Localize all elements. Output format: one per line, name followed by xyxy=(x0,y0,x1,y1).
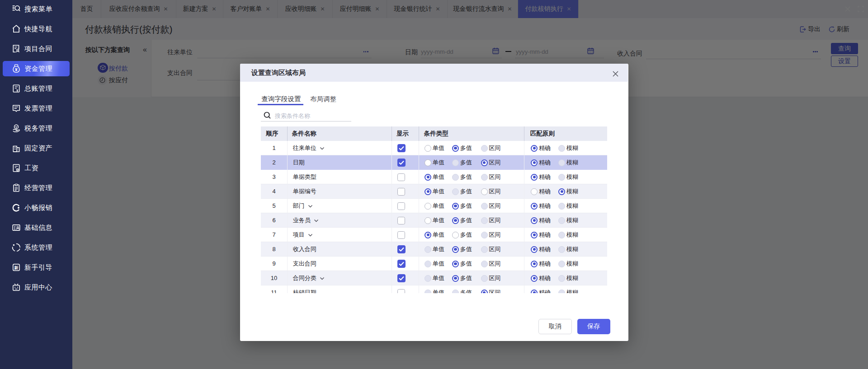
svg-text:新: 新 xyxy=(14,266,19,270)
